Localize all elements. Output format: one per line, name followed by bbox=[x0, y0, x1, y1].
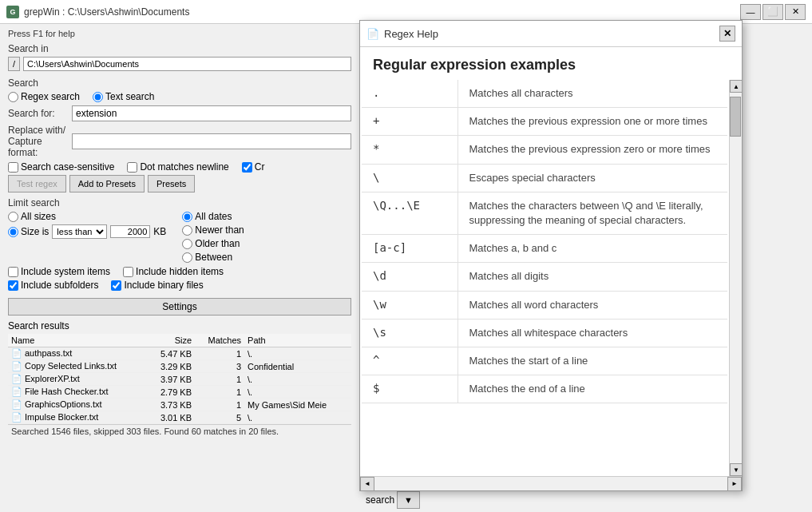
results-table: Name Size Matches Path 📄authpass.txt 5.4… bbox=[8, 334, 351, 424]
dialog-hscrollbar[interactable]: ◄ ► bbox=[360, 476, 742, 490]
search-for-input[interactable] bbox=[72, 105, 351, 121]
search-results-label: Search results bbox=[8, 320, 351, 331]
scrollbar-down-button[interactable]: ▼ bbox=[730, 463, 742, 476]
include-system-item[interactable]: Include system items bbox=[8, 266, 110, 277]
older-than-radio[interactable] bbox=[182, 239, 192, 249]
file-path: \. bbox=[244, 373, 351, 386]
hscroll-left-button[interactable]: ◄ bbox=[360, 477, 374, 491]
regex-description: Matches all digits bbox=[457, 263, 727, 291]
dialog-title-bar: 📄 Regex Help ✕ bbox=[360, 21, 742, 47]
window-controls: — ⬜ ✕ bbox=[740, 4, 806, 20]
scrollbar-up-button[interactable]: ▲ bbox=[730, 80, 742, 93]
hscroll-track bbox=[374, 477, 727, 490]
table-row[interactable]: 📄File Hash Checker.txt 2.79 KB 1 \. bbox=[8, 386, 351, 399]
include-options-row1: Include system items Include hidden item… bbox=[8, 266, 351, 277]
regex-help-dialog: 📄 Regex Help ✕ Regular expression exampl… bbox=[359, 20, 743, 491]
search-for-row: Search for: bbox=[8, 105, 351, 121]
replace-input[interactable] bbox=[72, 133, 351, 149]
regex-table-row: . Matches all characters bbox=[362, 80, 727, 108]
size-is-radio[interactable] bbox=[8, 227, 18, 237]
include-subfolders-item[interactable]: Include subfolders bbox=[8, 280, 98, 291]
older-than-radio-item[interactable]: Older than bbox=[182, 238, 244, 249]
regex-search-radio-item[interactable]: Regex search bbox=[8, 91, 80, 102]
col-name: Name bbox=[8, 334, 148, 347]
all-sizes-radio-item[interactable]: All sizes bbox=[8, 211, 166, 222]
include-binary-item[interactable]: Include binary files bbox=[111, 280, 203, 291]
search-in-slash-button[interactable]: / bbox=[8, 57, 20, 71]
regex-table-row: \ Escapes special characters bbox=[362, 164, 727, 192]
dot-matches-newline-checkbox[interactable] bbox=[127, 162, 137, 173]
settings-button[interactable]: Settings bbox=[8, 298, 351, 316]
body: Press F1 for help Search in / Search Reg… bbox=[0, 24, 812, 512]
regex-table-wrapper[interactable]: . Matches all characters + Matches the p… bbox=[360, 80, 729, 476]
search-down-button[interactable]: ▼ bbox=[397, 491, 420, 509]
dialog-vscrollbar[interactable]: ▲ ▼ bbox=[729, 80, 742, 476]
create-backup-checkbox[interactable] bbox=[242, 162, 252, 173]
search-label: search bbox=[366, 494, 394, 506]
table-row[interactable]: 📄authpass.txt 5.47 KB 1 \. bbox=[8, 347, 351, 360]
regex-description: Escapes special characters bbox=[457, 164, 727, 192]
size-is-radio-item[interactable]: Size is bbox=[8, 226, 49, 237]
file-size: 3.73 KB bbox=[148, 399, 195, 411]
regex-table-row: [a-c] Matches a, b and c bbox=[362, 235, 727, 263]
table-row[interactable]: 📄GraphicsOptions.txt 3.73 KB 1 My Games\… bbox=[8, 399, 351, 411]
presets-button[interactable]: Presets bbox=[148, 175, 195, 192]
file-matches: 1 bbox=[195, 386, 244, 399]
close-button[interactable]: ✕ bbox=[785, 4, 806, 20]
dot-matches-newline-item[interactable]: Dot matches newline bbox=[127, 161, 228, 173]
table-row[interactable]: 📄ExplorerXP.txt 3.97 KB 1 \. bbox=[8, 373, 351, 386]
scrollbar-thumb[interactable] bbox=[730, 97, 741, 137]
help-text: Press F1 for help bbox=[8, 29, 351, 38]
all-dates-radio[interactable] bbox=[182, 212, 192, 222]
test-regex-button[interactable]: Test regex bbox=[8, 175, 66, 192]
search-case-sensitive-item[interactable]: Search case-sensitive bbox=[8, 161, 114, 173]
regex-description: Matches the end of a line bbox=[457, 375, 727, 403]
restore-button[interactable]: ⬜ bbox=[762, 4, 783, 20]
file-path: My Games\Sid Meie bbox=[244, 399, 351, 411]
col-path: Path bbox=[244, 334, 351, 347]
size-is-label: Size is bbox=[21, 226, 49, 237]
newer-than-radio[interactable] bbox=[182, 225, 192, 236]
table-row[interactable]: 📄Copy Selected Links.txt 3.29 KB 3 Confi… bbox=[8, 360, 351, 373]
newer-than-radio-item[interactable]: Newer than bbox=[182, 224, 244, 236]
col-size: Size bbox=[148, 334, 195, 347]
size-comparator-select[interactable]: less than bbox=[52, 224, 107, 239]
include-binary-checkbox[interactable] bbox=[111, 280, 121, 291]
dialog-close-button[interactable]: ✕ bbox=[719, 26, 735, 42]
app-icon: G bbox=[6, 6, 19, 18]
between-radio-item[interactable]: Between bbox=[182, 252, 244, 263]
file-size: 3.29 KB bbox=[148, 360, 195, 373]
dialog-icon: 📄 bbox=[366, 28, 379, 40]
regex-pattern: \Q...\E bbox=[362, 192, 457, 234]
text-search-radio-item[interactable]: Text search bbox=[93, 91, 154, 102]
regex-pattern: \w bbox=[362, 291, 457, 319]
file-size: 2.79 KB bbox=[148, 386, 195, 399]
include-subfolders-checkbox[interactable] bbox=[8, 280, 18, 291]
create-backup-item[interactable]: Cr bbox=[242, 161, 265, 173]
include-hidden-label: Include hidden items bbox=[136, 266, 224, 277]
size-value-input[interactable] bbox=[110, 225, 150, 238]
file-path: Confidential bbox=[244, 360, 351, 373]
search-case-sensitive-label: Search case-sensitive bbox=[21, 161, 114, 173]
file-size: 3.01 KB bbox=[148, 411, 195, 424]
include-hidden-checkbox[interactable] bbox=[123, 267, 133, 277]
minimize-button[interactable]: — bbox=[740, 4, 761, 20]
all-sizes-radio[interactable] bbox=[8, 212, 18, 222]
search-case-sensitive-checkbox[interactable] bbox=[8, 162, 18, 173]
table-row[interactable]: 📄Impulse Blocker.txt 3.01 KB 5 \. bbox=[8, 411, 351, 424]
search-in-path-input[interactable] bbox=[23, 57, 351, 71]
main-window: G grepWin : C:\Users\Ashwin\Documents — … bbox=[0, 0, 812, 512]
file-name: 📄File Hash Checker.txt bbox=[8, 386, 148, 399]
add-to-presets-button[interactable]: Add to Presets bbox=[69, 175, 145, 192]
hscroll-right-button[interactable]: ► bbox=[727, 477, 742, 491]
between-label: Between bbox=[195, 252, 232, 263]
all-dates-radio-item[interactable]: All dates bbox=[182, 211, 244, 222]
include-system-checkbox[interactable] bbox=[8, 267, 18, 277]
file-path: \. bbox=[244, 347, 351, 360]
include-hidden-item[interactable]: Include hidden items bbox=[123, 266, 224, 277]
text-search-radio[interactable] bbox=[93, 92, 103, 102]
regex-description: Matches the start of a line bbox=[457, 347, 727, 375]
regex-search-radio[interactable] bbox=[8, 92, 18, 102]
between-radio[interactable] bbox=[182, 252, 192, 263]
size-unit-label: KB bbox=[153, 226, 166, 237]
